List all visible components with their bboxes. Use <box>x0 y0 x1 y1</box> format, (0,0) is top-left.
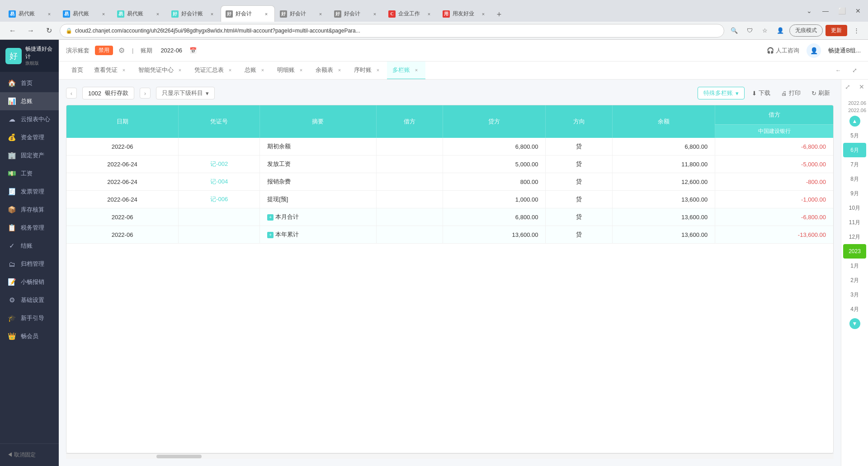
special-columns-button[interactable]: 特殊多栏账 ▾ <box>698 87 745 99</box>
month-12[interactable]: 12月 <box>841 230 868 244</box>
tab-close-5[interactable]: × <box>263 10 270 18</box>
tab-general-ledger-close[interactable]: × <box>259 66 266 74</box>
tab-smart-voucher[interactable]: 智能凭证中心 × <box>133 61 189 80</box>
tab-close-8[interactable]: × <box>425 10 433 18</box>
tab-sequence-ledger[interactable]: 序时账 × <box>349 61 387 80</box>
collapse-expand-button[interactable]: ⤢ <box>848 64 861 77</box>
month-2[interactable]: 2月 <box>841 273 868 287</box>
refresh-button[interactable]: ↻ 刷新 <box>808 87 834 99</box>
month-7[interactable]: 7月 <box>841 157 868 172</box>
tab-multi-column[interactable]: 多栏账 × <box>387 61 425 80</box>
month-11[interactable]: 11月 <box>841 215 868 230</box>
back-button[interactable]: ← <box>5 24 20 38</box>
browser-tab-3[interactable]: 易 易代账 × <box>112 5 166 22</box>
month-4[interactable]: 4月 <box>841 302 868 316</box>
cell-voucher-2[interactable]: 记-004 <box>179 173 260 191</box>
browser-tab-2[interactable]: 易 易代账 × <box>58 5 112 22</box>
minimize-button[interactable]: — <box>819 5 832 17</box>
sidebar-item-member[interactable]: 👑 畅会员 <box>0 327 59 345</box>
reload-button[interactable]: ↻ <box>42 24 56 38</box>
topbar-settings-icon[interactable]: ⚙ <box>118 46 125 55</box>
restore-button[interactable]: ⬜ <box>835 5 848 17</box>
browser-tab-7[interactable]: 好 好会计 × <box>329 5 383 22</box>
menu-icon[interactable]: ⋮ <box>850 24 863 37</box>
tab-balance[interactable]: 余额表 × <box>310 61 349 80</box>
account-selector[interactable]: 1002 银行存款 <box>82 87 134 99</box>
address-input[interactable]: 🔒 cloud2.chanjet.com/accounting/uh26t264… <box>60 24 724 38</box>
tab-voucher-summary[interactable]: 凭证汇总表 × <box>189 61 239 80</box>
profile-icon[interactable]: 👤 <box>774 24 787 37</box>
browser-tab-4[interactable]: 好 好会计账 × <box>166 5 221 22</box>
star-icon[interactable]: ☆ <box>759 24 771 37</box>
update-button[interactable]: 更新 <box>826 25 847 36</box>
scroll-down-button[interactable]: ▼ <box>849 318 860 329</box>
filter-button[interactable]: 只显示下级科目 ▾ <box>156 87 215 99</box>
tab-home[interactable]: 首页 <box>66 61 89 80</box>
sidebar-item-home[interactable]: 🏠 首页 <box>0 74 59 92</box>
close-window-button[interactable]: ✕ <box>852 5 864 17</box>
tab-voucher-view[interactable]: 查看凭证 × <box>89 61 133 80</box>
forward-button[interactable]: → <box>24 24 38 38</box>
cell-voucher-3[interactable]: 记-006 <box>179 191 260 208</box>
tab-sequence-ledger-close[interactable]: × <box>374 66 382 74</box>
tab-smart-voucher-close[interactable]: × <box>176 66 184 74</box>
sidebar-item-archive[interactable]: 🗂 归档管理 <box>0 255 59 273</box>
panel-close-button[interactable]: ✕ <box>859 83 864 90</box>
scroll-up-button[interactable]: ▲ <box>849 116 860 127</box>
tab-voucher-summary-close[interactable]: × <box>226 66 234 74</box>
browser-tab-9[interactable]: 用 用友好业 × <box>438 5 492 22</box>
sidebar-item-guide[interactable]: 🎓 新手引导 <box>0 309 59 327</box>
calendar-icon[interactable]: 📅 <box>189 47 197 54</box>
user-name[interactable]: 畅捷通B组... <box>828 47 861 55</box>
new-tab-button[interactable]: + <box>492 7 506 22</box>
sidebar-item-salary[interactable]: 💵 工资 <box>0 165 59 183</box>
download-button[interactable]: ⬇ 下载 <box>748 87 774 99</box>
support-button[interactable]: 🎧 人工咨询 <box>767 47 799 55</box>
browser-tab-8[interactable]: C 企业工作 × <box>383 5 438 22</box>
sidebar-item-inventory[interactable]: 📦 库存核算 <box>0 201 59 219</box>
shield-icon[interactable]: 🛡 <box>743 24 756 37</box>
voucher-link-1[interactable]: 记-002 <box>210 160 228 167</box>
tab-close-4[interactable]: × <box>208 10 216 18</box>
sidebar-item-settings[interactable]: ⚙ 基础设置 <box>0 291 59 309</box>
voucher-link-3[interactable]: 记-006 <box>210 196 228 202</box>
month-10[interactable]: 10月 <box>841 201 868 215</box>
unpin-button[interactable]: ◀ 取消固定 <box>0 447 59 462</box>
search-icon[interactable]: 🔍 <box>728 24 741 37</box>
sidebar-item-assets[interactable]: 🏢 固定资产 <box>0 146 59 165</box>
sidebar-item-tax[interactable]: 📋 税务管理 <box>0 219 59 237</box>
sidebar-item-expense[interactable]: 📝 小畅报销 <box>0 273 59 291</box>
tab-balance-close[interactable]: × <box>336 66 343 74</box>
voucher-link-2[interactable]: 记-004 <box>210 178 228 185</box>
collapse-left-button[interactable]: ← <box>832 64 844 77</box>
month-5[interactable]: 5月 <box>841 128 868 143</box>
month-8[interactable]: 8月 <box>841 172 868 186</box>
month-6[interactable]: 6月 <box>843 143 866 157</box>
tab-close-1[interactable]: × <box>46 10 53 18</box>
browser-tab-6[interactable]: 好 好会计 × <box>275 5 329 22</box>
sidebar-item-reports[interactable]: ☁ 云报表中心 <box>0 110 59 128</box>
prev-account-button[interactable]: ‹ <box>66 88 77 99</box>
user-avatar[interactable]: 👤 <box>807 43 821 58</box>
tab-close-9[interactable]: × <box>480 10 487 18</box>
tab-general-ledger[interactable]: 总账 × <box>239 61 272 80</box>
month-3[interactable]: 3月 <box>841 287 868 302</box>
sidebar-item-ledger[interactable]: 📊 总账 <box>0 92 59 110</box>
next-account-button[interactable]: › <box>140 88 151 99</box>
month-1[interactable]: 1月 <box>841 259 868 273</box>
notrack-button[interactable]: 无痕模式 <box>789 24 823 37</box>
tab-close-7[interactable]: × <box>371 10 378 18</box>
browser-tab-5[interactable]: 好 好会计 × <box>221 5 275 22</box>
month-9[interactable]: 9月 <box>841 186 868 201</box>
sidebar-item-invoice[interactable]: 🧾 发票管理 <box>0 183 59 201</box>
browser-tab-1[interactable]: 易 易代账 × <box>4 5 58 22</box>
tab-detail-ledger-close[interactable]: × <box>297 66 305 74</box>
print-button[interactable]: 🖨 打印 <box>778 87 804 99</box>
tab-close-6[interactable]: × <box>317 10 324 18</box>
cell-voucher-1[interactable]: 记-002 <box>179 155 260 173</box>
panel-expand-button[interactable]: ⤢ <box>845 83 850 90</box>
tab-close-2[interactable]: × <box>100 10 107 18</box>
tab-close-3[interactable]: × <box>154 10 161 18</box>
tab-multi-column-close[interactable]: × <box>413 66 420 74</box>
tab-detail-ledger[interactable]: 明细账 × <box>272 61 310 80</box>
